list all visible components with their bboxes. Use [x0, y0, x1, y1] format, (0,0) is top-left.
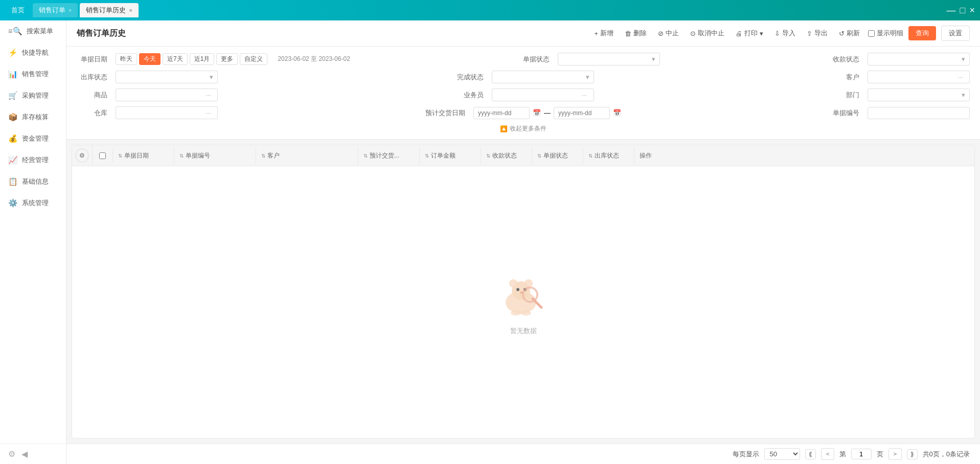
collapse-label: 收起更多条件 [510, 124, 546, 133]
warehouse-label: 仓库 [77, 108, 107, 118]
th-order-amount-label: 订单金额 [431, 151, 455, 160]
top-bar-close[interactable]: — □ × [947, 5, 975, 16]
th-expected-delivery: ⇅ 预计交货... [358, 147, 420, 164]
import-button[interactable]: ⇩ 导入 [771, 27, 799, 39]
th-bill-date: ⇅ 单据日期 [113, 147, 174, 164]
th-operation-label: 操作 [640, 151, 652, 160]
sidebar-item-purchase-mgmt-label: 采购管理 [22, 91, 49, 100]
sidebar-collapse-icon[interactable]: ◀ [21, 449, 28, 459]
sidebar-item-quick-nav[interactable]: ⚡ 快捷导航 [0, 42, 66, 63]
settings-button[interactable]: 设置 [941, 26, 970, 41]
delivery-date-to[interactable] [554, 107, 610, 119]
sidebar-item-inventory[interactable]: 📦 库存核算 [0, 106, 66, 128]
th-operation: 操作 [634, 147, 974, 164]
sidebar-item-sales-mgmt[interactable]: 📊 销售管理 [0, 63, 66, 85]
sidebar-item-system[interactable]: ⚙️ 系统管理 [0, 192, 66, 214]
page-size-select[interactable]: 50 10 20 100 [764, 448, 800, 460]
bill-number-input[interactable] [868, 107, 970, 119]
sidebar-item-search-menu-label: 搜索菜单 [27, 27, 53, 36]
stop-button[interactable]: ⊘ 中止 [655, 27, 682, 39]
outbound-status-select[interactable]: ▾ [116, 71, 218, 83]
show-detail-checkbox[interactable] [868, 30, 875, 37]
show-detail-checkbox-area[interactable]: 显示明细 [868, 29, 903, 38]
date-last7days[interactable]: 近7天 [163, 53, 188, 65]
sidebar-settings-icon[interactable]: ⚙ [8, 449, 15, 459]
department-arrow-icon: ▾ [962, 91, 965, 99]
product-label: 商品 [77, 91, 107, 100]
sort-icon-bill-date[interactable]: ⇅ [118, 153, 122, 159]
tab-sales-order-history[interactable]: 销售订单历史 × [80, 3, 138, 17]
select-all-checkbox[interactable] [99, 152, 106, 159]
next-page-button[interactable]: ＞ [888, 448, 902, 460]
sort-icon-bill-status[interactable]: ⇅ [537, 153, 541, 159]
import-icon: ⇩ [774, 30, 780, 37]
basic-info-icon: 📋 [8, 177, 18, 186]
tab-sales-order[interactable]: 销售订单 × [33, 3, 78, 17]
delete-button[interactable]: 🗑 删除 [622, 27, 650, 39]
new-button[interactable]: + 新增 [591, 27, 617, 39]
bill-number-label: 单据编号 [829, 108, 859, 118]
refresh-label: 刷新 [847, 29, 860, 38]
th-bill-status-label: 单据状态 [543, 151, 568, 160]
refresh-icon: ↺ [839, 30, 845, 37]
tab-sales-order-close[interactable]: × [69, 7, 72, 13]
date-range-separator: — [544, 109, 551, 117]
sidebar-item-finance-label: 资金管理 [22, 134, 49, 143]
page-suffix: 页 [877, 450, 883, 459]
complete-status-select[interactable]: ▾ [492, 71, 594, 83]
export-button[interactable]: ⇧ 导出 [804, 27, 831, 39]
header-checkbox-cell: ⚙ [72, 145, 93, 166]
collapse-row[interactable]: 🔼 收起更多条件 [77, 124, 970, 133]
bill-status-label: 单据状态 [519, 55, 550, 64]
date-more[interactable]: 更多 [216, 53, 238, 65]
sidebar-item-purchase-mgmt[interactable]: 🛒 采购管理 [0, 85, 66, 106]
th-order-amount: ⇅ 订单金额 [420, 147, 481, 164]
sort-icon-bill-number[interactable]: ⇅ [179, 153, 184, 159]
sort-icon-order-amount[interactable]: ⇅ [425, 153, 429, 159]
date-custom[interactable]: 自定义 [240, 53, 267, 65]
date-yesterday[interactable]: 昨天 [116, 53, 137, 65]
last-page-button[interactable]: ⟫ [907, 449, 918, 459]
maximize-icon[interactable]: □ [960, 5, 966, 16]
cancel-stop-button[interactable]: ⊙ 取消中止 [687, 27, 727, 39]
tab-home[interactable]: 首页 [5, 3, 31, 17]
tab-sales-order-history-close[interactable]: × [129, 7, 132, 13]
print-button[interactable]: 🖨 打印 ▾ [733, 27, 766, 39]
bill-status-select[interactable]: ▾ [558, 53, 660, 65]
warehouse-dots-icon[interactable]: ··· [203, 109, 213, 117]
product-dots-icon[interactable]: ··· [203, 91, 213, 99]
salesperson-dots-icon[interactable]: ··· [580, 91, 589, 99]
tab-sales-order-label: 销售订单 [39, 6, 65, 15]
payment-status-select[interactable]: ▾ [868, 53, 970, 65]
first-page-button[interactable]: ⟪ [805, 449, 816, 459]
sort-icon-payment-status[interactable]: ⇅ [486, 153, 490, 159]
payment-status-label: 收款状态 [829, 55, 859, 64]
calendar-to-icon[interactable]: 📅 [613, 109, 621, 117]
table-header: ⚙ ⇅ 单据日期 ⇅ 单据编号 ⇅ 客户 ⇅ [72, 145, 974, 166]
sidebar-item-operations[interactable]: 📈 经营管理 [0, 149, 66, 171]
sort-icon-customer[interactable]: ⇅ [261, 153, 265, 159]
sidebar-item-inventory-label: 库存核算 [22, 113, 49, 122]
date-last1month[interactable]: 近1月 [190, 53, 215, 65]
system-icon: ⚙️ [8, 198, 18, 208]
query-button[interactable]: 查询 [908, 26, 936, 40]
delivery-date-from[interactable] [473, 107, 530, 119]
department-select[interactable]: ▾ [868, 89, 970, 101]
sort-icon-outbound-status[interactable]: ⇅ [588, 153, 592, 159]
filter-area: 单据日期 昨天 今天 近7天 近1月 更多 自定义 2023-06-02 至 2… [66, 47, 980, 140]
svg-point-6 [516, 288, 519, 291]
minimize-icon[interactable]: — [947, 5, 956, 16]
sort-icon-expected-delivery[interactable]: ⇅ [363, 153, 368, 159]
calendar-from-icon[interactable]: 📅 [533, 109, 541, 117]
sidebar-item-finance[interactable]: 💰 资金管理 [0, 128, 66, 149]
close-icon[interactable]: × [969, 5, 975, 16]
refresh-button[interactable]: ↺ 刷新 [836, 27, 863, 39]
page-number-input[interactable] [851, 449, 872, 459]
column-settings-icon[interactable]: ⚙ [75, 148, 89, 163]
filter-row-2: 出库状态 ▾ 完成状态 ▾ 客户 ··· [77, 71, 970, 83]
customer-dots-icon[interactable]: ··· [955, 73, 965, 81]
prev-page-button[interactable]: ＜ [821, 448, 834, 460]
sidebar-item-search-menu[interactable]: ≡🔍 搜索菜单 [0, 20, 66, 42]
sidebar-item-basic-info[interactable]: 📋 基础信息 [0, 171, 66, 192]
date-today[interactable]: 今天 [139, 53, 161, 65]
